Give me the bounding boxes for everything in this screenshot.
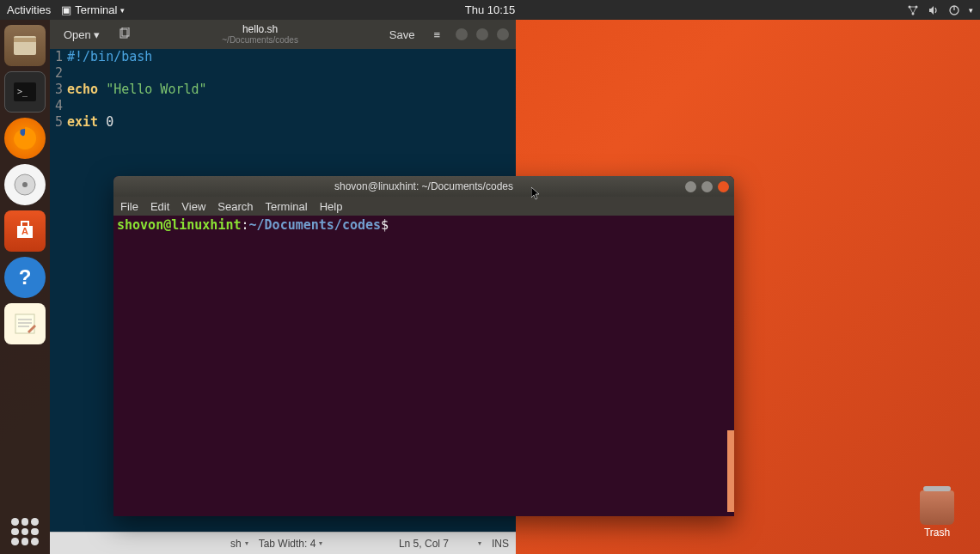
prompt-line: shovon@linuxhint:~/Documents/codes$ bbox=[117, 217, 731, 233]
menu-file[interactable]: File bbox=[120, 200, 138, 213]
top-panel: Activities ▣ Terminal ▾ Thu 10:15 ▾ bbox=[0, 0, 980, 20]
dock-item-notes[interactable] bbox=[4, 303, 46, 344]
trash-label: Trash bbox=[920, 527, 954, 539]
dock-item-terminal[interactable]: >_ bbox=[4, 71, 46, 113]
dock: >_ A ? bbox=[0, 20, 50, 554]
trash-icon[interactable]: Trash bbox=[920, 490, 954, 539]
maximize-button[interactable] bbox=[701, 181, 713, 192]
clock[interactable]: Thu 10:15 bbox=[465, 3, 516, 16]
terminal-title: shovon@linuxhint: ~/Documents/codes bbox=[334, 180, 513, 192]
svg-text:A: A bbox=[21, 226, 28, 236]
save-button[interactable]: Save bbox=[383, 25, 422, 45]
new-tab-button[interactable] bbox=[112, 24, 138, 46]
minimize-button[interactable] bbox=[685, 181, 696, 192]
open-button-label: Open bbox=[64, 28, 91, 41]
dock-item-firefox[interactable] bbox=[4, 118, 46, 159]
dock-item-help[interactable]: ? bbox=[4, 257, 46, 298]
tabwidth-selector[interactable]: Tab Width: 4▾ bbox=[259, 538, 323, 550]
menu-view[interactable]: View bbox=[181, 200, 205, 213]
app-menu-label: Terminal bbox=[75, 3, 117, 16]
terminal-menubar: File Edit View Search Terminal Help bbox=[113, 197, 734, 216]
hamburger-menu-button[interactable]: ≡ bbox=[426, 25, 447, 45]
terminal-body[interactable]: shovon@linuxhint:~/Documents/codes$ bbox=[113, 216, 734, 516]
chevron-down-icon: ▾ bbox=[94, 28, 100, 41]
menu-search[interactable]: Search bbox=[217, 200, 253, 213]
language-selector[interactable]: sh▾ bbox=[230, 538, 248, 550]
close-button[interactable] bbox=[718, 181, 729, 192]
menu-edit[interactable]: Edit bbox=[150, 200, 169, 213]
file-path: ~/Documents/codes bbox=[143, 35, 377, 45]
title-area: hello.sh ~/Documents/codes bbox=[143, 24, 377, 45]
scrollbar-thumb[interactable] bbox=[727, 430, 734, 512]
terminal-titlebar[interactable]: shovon@linuxhint: ~/Documents/codes bbox=[113, 176, 734, 197]
svg-rect-6 bbox=[14, 38, 36, 42]
insert-mode[interactable]: INS bbox=[492, 538, 509, 550]
show-applications-button[interactable] bbox=[11, 518, 39, 545]
open-button[interactable]: Open ▾ bbox=[57, 25, 107, 45]
network-icon[interactable] bbox=[907, 4, 919, 16]
dock-item-software[interactable]: A bbox=[4, 210, 46, 252]
app-menu[interactable]: ▣ Terminal ▾ bbox=[61, 3, 125, 16]
svg-text:>_: >_ bbox=[17, 87, 28, 97]
file-name: hello.sh bbox=[143, 24, 377, 35]
cursor-position[interactable]: Ln 5, Col 7▾ bbox=[399, 538, 481, 550]
dock-item-disks[interactable] bbox=[4, 164, 46, 205]
line-gutter: 1 2 3 4 5 bbox=[50, 49, 65, 532]
menu-terminal[interactable]: Terminal bbox=[266, 200, 308, 213]
status-bar: sh▾ Tab Width: 4▾ Ln 5, Col 7▾ INS bbox=[50, 532, 516, 554]
volume-icon[interactable] bbox=[928, 4, 940, 16]
dock-item-files[interactable] bbox=[4, 25, 46, 66]
menu-help[interactable]: Help bbox=[320, 200, 343, 213]
close-button[interactable] bbox=[497, 28, 509, 40]
terminal-icon: ▣ bbox=[61, 3, 71, 16]
minimize-button[interactable] bbox=[456, 28, 468, 40]
power-icon[interactable] bbox=[948, 4, 960, 16]
maximize-button[interactable] bbox=[476, 28, 488, 40]
chevron-down-icon: ▾ bbox=[120, 6, 125, 15]
activities-button[interactable]: Activities bbox=[7, 3, 51, 16]
terminal-window: shovon@linuxhint: ~/Documents/codes File… bbox=[113, 176, 734, 516]
gedit-headerbar: Open ▾ hello.sh ~/Documents/codes Save ≡ bbox=[50, 20, 516, 49]
svg-point-11 bbox=[22, 182, 28, 187]
system-menu-chevron-icon[interactable]: ▾ bbox=[969, 6, 973, 15]
